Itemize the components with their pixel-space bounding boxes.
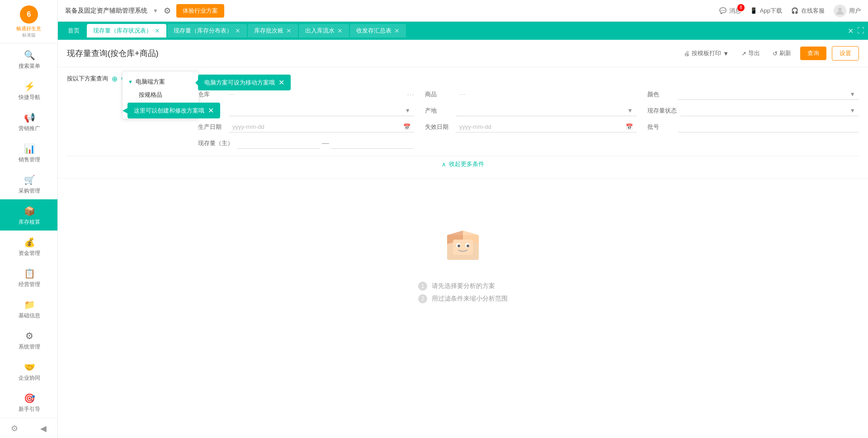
sidebar-item-label: 基础信息 [19,312,40,320]
sidebar-item-inventory[interactable]: 📦 库存核算 [0,199,57,231]
sidebar-item-label: 新手引导 [19,405,40,413]
color-select[interactable]: ▼ [678,89,859,100]
sidebar-item-guide[interactable]: 🎯 新手引导 [0,386,57,418]
sidebar-item-system[interactable]: ⚙ 系统管理 [0,324,57,355]
filter-origin: 产地 ▼ [425,105,637,116]
logo-area: 6 畅通好生意 标准版 [0,0,57,43]
message-icon: 💬 [719,7,726,14]
tooltip2-close-icon[interactable]: ✕ [208,106,214,115]
sidebar-item-purchase[interactable]: 🛒 采购管理 [0,168,57,199]
main-area: 装备及固定资产辅助管理系统 ▼ ⚙ 体验行业方案 💬 消息 8 📱 App下载 … [58,0,868,438]
print-button[interactable]: 🖨 按模板打印 ▼ [680,47,732,59]
scheme-pc-group[interactable]: ▼ 电脑端方案 [123,75,198,89]
refresh-button[interactable]: ↺ 刷新 [769,47,795,59]
gear-icon: ⚙ [25,330,33,341]
goods-dots[interactable]: ··· [459,90,465,99]
expiry-date-input[interactable]: yyyy-mm-dd 📅 [456,122,637,132]
sidebar-item-operation[interactable]: 📋 经营管理 [0,262,57,293]
settings-button[interactable]: 设置 [832,46,859,61]
tab-close-icon[interactable]: ✕ [337,28,343,34]
filter-grid: 仓库 ··· ⋯ 商品 ··· 颜色 ▼ [198,89,859,152]
query-button[interactable]: 查询 [800,47,826,60]
tab-home[interactable]: 首页 [61,24,86,38]
sidebar-item-sales[interactable]: 📊 销售管理 [0,137,57,168]
sidebar-item-search[interactable]: 🔍 搜索菜单 [0,43,57,75]
calendar-icon: 📅 [403,123,410,130]
svg-point-9 [458,245,460,247]
tab-inout[interactable]: 出入库流水 ✕ [299,24,349,38]
production-date-placeholder: yyyy-mm-dd [232,123,264,130]
settings-icon[interactable]: ⚙ [164,6,171,16]
settings-bottom-icon[interactable]: ⚙ [11,424,18,433]
sidebar-item-label: 采购管理 [19,187,40,195]
tooltip-pc-scheme: 电脑方案可设为移动方案哦 ✕ [198,75,291,90]
sidebar-item-marketing[interactable]: 📢 营销推广 [0,106,57,137]
page-actions: 🖨 按模板打印 ▼ ↗ 导出 ↺ 刷新 查询 设置 [680,46,859,61]
phone-icon: 📱 [750,7,757,14]
stock-main-max[interactable] [331,138,414,149]
production-date-input[interactable]: yyyy-mm-dd 📅 [229,122,414,132]
megaphone-icon: 📢 [24,112,35,123]
tab-inventory-dist[interactable]: 现存量（库存分布表） ✕ [167,24,247,38]
box-icon: 📦 [24,206,35,217]
chevron-down-icon: ▼ [627,107,633,114]
sidebar-item-enterprise[interactable]: 🤝 企业协同 [0,355,57,386]
filter-section: 按以下方案查询 ⊕ ⟳ « 电脑方案可设为移动方案哦 ✕ ▼ [58,67,868,179]
size-select[interactable]: ▼ [229,105,414,116]
tab-inventory-status[interactable]: 现存量（库存状况表） ✕ [87,24,166,38]
export-button[interactable]: ↗ 导出 [738,47,764,59]
stock-status-select[interactable]: ▼ [680,105,859,116]
user-item[interactable]: 用户 [834,5,861,17]
empty-step-2: 2 用过滤条件来缩小分析范围 [418,294,508,303]
tab-batch[interactable]: 库存批次账 ✕ [248,24,298,38]
chevron-down-icon: ▼ [849,91,855,98]
message-item[interactable]: 💬 消息 8 [719,7,741,15]
tooltip-arrow [123,108,127,113]
stock-main-min[interactable] [237,138,320,149]
tooltip-close-icon[interactable]: ✕ [278,78,284,87]
sidebar-item-label: 企业协同 [19,374,40,382]
user-label: 用户 [849,7,861,15]
filter-stock-main: 现存量（主） — [198,138,414,149]
tab-close-icon[interactable]: ✕ [155,28,160,34]
logo-badge: 标准版 [22,32,36,38]
production-date-label: 生产日期 [198,123,225,131]
step-num-2: 2 [418,294,427,303]
money-icon: 💰 [24,237,35,248]
collapse-sidebar-icon[interactable]: ◀ [40,424,47,433]
step-1-text: 请先选择要分析的方案 [432,282,495,290]
scheme-item-specs[interactable]: 按规格品 [135,89,198,101]
logo-text: 畅通好生意 [16,25,41,32]
tab-expand-icon[interactable]: ⛶ [857,27,864,35]
warehouse-dots[interactable]: ··· [229,90,235,99]
message-badge: 8 [737,4,745,11]
sidebar-item-quicknav[interactable]: ⚡ 快捷导航 [0,75,57,106]
tabs-actions: ✕ ⛶ [848,27,864,35]
online-service-label: 在线客服 [801,7,825,15]
sidebar-item-label: 经营管理 [19,281,40,288]
industry-button[interactable]: 体验行业方案 [176,4,224,18]
collapse-button[interactable]: ∧ 收起更多条件 [67,156,859,172]
tab-collect[interactable]: 收发存汇总表 ✕ [350,24,406,38]
batch-input[interactable] [678,122,859,132]
system-dropdown-icon[interactable]: ▼ [153,8,158,14]
sidebar-item-basic[interactable]: 📁 基础信息 [0,293,57,324]
tabs-bar: 首页 现存量（库存状况表） ✕ 现存量（库存分布表） ✕ 库存批次账 ✕ 出入库… [58,22,868,40]
sidebar-item-finance[interactable]: 💰 资金管理 [0,231,57,262]
nav-menu: 🔍 搜索菜单 ⚡ 快捷导航 📢 营销推广 📊 销售管理 🛒 采购管理 📦 库存核… [0,43,57,418]
chart-icon: 📊 [24,143,35,154]
empty-illustration [436,215,490,269]
tab-close-icon[interactable]: ✕ [394,28,400,34]
tab-close-icon[interactable]: ✕ [235,28,241,34]
tab-label: 现存量（库存状况表） [93,27,152,35]
tab-close-icon[interactable]: ✕ [286,28,292,34]
origin-select[interactable]: ▼ [456,105,637,116]
filter-color: 颜色 ▼ [647,89,859,100]
online-service-item[interactable]: 🎧 在线客服 [791,7,825,15]
calendar-icon2: 📅 [626,123,633,130]
add-filter-button[interactable]: ⊕ [112,75,118,83]
header-left: 装备及固定资产辅助管理系统 ▼ ⚙ 体验行业方案 [65,4,224,18]
tab-close-all-icon[interactable]: ✕ [848,27,854,35]
expiry-date-label: 失效日期 [425,123,452,131]
app-download-item[interactable]: 📱 App下载 [750,7,782,15]
